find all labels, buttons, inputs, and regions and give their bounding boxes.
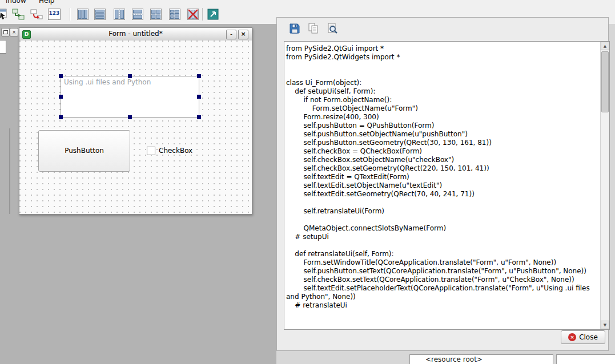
code-line (286, 62, 599, 70)
dock-float-button[interactable] (1, 28, 10, 37)
edit-signals-slots-icon[interactable] (11, 7, 25, 21)
code-line: self.checkBox.setObjectName(u"checkBox") (286, 156, 599, 164)
selection-handle[interactable] (197, 74, 201, 78)
code-line: # retranslateUi (286, 301, 599, 310)
textedit-placeholder: Using .ui files and Python (64, 78, 151, 86)
close-circle-icon: × (568, 333, 576, 341)
menu-item-window[interactable]: indow (6, 0, 26, 5)
find-icon[interactable] (325, 22, 339, 35)
scroll-up-icon: ▲ (604, 44, 606, 48)
scroll-down-icon: ▼ (604, 323, 606, 327)
mdi-area: × D Form - untitled* - × Using .ui files… (0, 24, 276, 364)
form-window-title: Form - untitled* (19, 28, 252, 40)
selection-handle[interactable] (59, 115, 63, 119)
menu-item-help[interactable]: Help (39, 0, 54, 5)
layout-vertical-icon[interactable] (93, 7, 107, 21)
code-line: self.textEdit = QTextEdit(Form) (286, 173, 599, 181)
close-button-label: Close (579, 333, 598, 341)
pushbutton-widget[interactable]: PushButton (38, 130, 130, 172)
code-line: self.pushButton.setObjectName(u"pushButt… (286, 130, 599, 139)
copy-icon[interactable] (307, 22, 320, 35)
edit-widgets-icon[interactable] (0, 7, 9, 21)
layout-grid-icon[interactable] (149, 7, 163, 21)
code-line: from PySide2.QtWidgets import * (286, 53, 599, 62)
widget-box-fragment (0, 40, 6, 54)
code-line (286, 199, 599, 207)
minimize-button[interactable]: - (226, 30, 236, 39)
code-line: self.textEdit.setObjectName(u"textEdit") (286, 181, 599, 190)
code-line: self.pushButton = QPushButton(Form) (286, 122, 599, 130)
selection-handle[interactable] (197, 95, 201, 99)
resource-root-label: <resource root> (425, 355, 483, 363)
form-window-icon: D (22, 30, 31, 39)
layout-form-icon[interactable] (168, 7, 182, 21)
code-line: self.textEdit.setPlaceholderText(QCoreAp… (286, 284, 599, 293)
selection-handle[interactable] (128, 115, 132, 119)
layout-vertical-splitter-icon[interactable] (131, 7, 144, 21)
layout-horizontal-splitter-icon[interactable] (112, 7, 126, 21)
selection-handle[interactable] (128, 74, 132, 78)
vertical-scrollbar[interactable]: ▲ ▼ (600, 42, 609, 329)
code-line (286, 241, 599, 250)
scroll-thumb[interactable] (601, 51, 609, 112)
break-layout-icon[interactable] (186, 7, 200, 21)
checkbox-indicator[interactable] (147, 147, 155, 155)
code-line (286, 70, 599, 79)
code-line: Form.setObjectName(u"Form") (286, 104, 599, 113)
float-icon (3, 30, 8, 34)
code-line: self.checkBox.setText(QCoreApplication.t… (286, 276, 599, 284)
edit-buddies-icon[interactable] (30, 7, 43, 21)
code-line: def setupUi(self, Form): (286, 87, 599, 96)
code-line: Form.setWindowTitle(QCoreApplication.tra… (286, 258, 599, 267)
textedit-widget[interactable]: Using .ui files and Python (61, 76, 199, 118)
code-line: self.pushButton.setText(QCoreApplication… (286, 267, 599, 276)
dialog-close-button[interactable]: × Close (561, 330, 605, 344)
tab-order-label: 123 (49, 10, 60, 16)
code-line: self.textEdit.setGeometry(QRect(70, 40, … (286, 190, 599, 199)
edit-tab-order-icon[interactable]: 123 (47, 7, 61, 21)
code-line: self.pushButton.setGeometry(QRect(30, 13… (286, 139, 599, 147)
adjust-size-icon[interactable] (206, 7, 220, 21)
form-designer-window: D Form - untitled* - × Using .ui files a… (19, 27, 252, 215)
scroll-down-button[interactable]: ▼ (601, 321, 609, 329)
code-line: self.retranslateUi(Form) (286, 207, 599, 216)
code-line: and Python", None)) (286, 293, 599, 301)
code-line: if not Form.objectName(): (286, 96, 599, 104)
menubar: indow Help (0, 0, 615, 5)
code-line: # setupUi (286, 233, 599, 241)
code-lines: from PySide2.QtGui import *from PySide2.… (286, 45, 599, 328)
dock-close-icon: × (12, 29, 16, 35)
scroll-up-button[interactable]: ▲ (601, 42, 609, 50)
code-line: QMetaObject.connectSlotsByName(Form) (286, 224, 599, 233)
code-line: self.checkBox = QCheckBox(Form) (286, 147, 599, 156)
dock-close-button[interactable]: × (10, 28, 18, 37)
code-preview-dialog: from PySide2.QtGui import *from PySide2.… (276, 17, 609, 351)
close-button[interactable]: × (238, 30, 248, 39)
resource-root-item[interactable]: <resource root> (409, 354, 553, 364)
selection-handle[interactable] (59, 95, 63, 99)
toolbar-separator (202, 8, 203, 21)
selection-handle[interactable] (59, 74, 63, 78)
code-line: def retranslateUi(self, Form): (286, 250, 599, 258)
qt-designer-screen: indow Help 123 (0, 0, 615, 364)
code-line: Form.resize(400, 300) (286, 113, 599, 122)
selection-handle[interactable] (197, 115, 201, 119)
form-canvas[interactable]: Using .ui files and Python PushButton Ch… (19, 41, 252, 214)
code-line: class Ui_Form(object): (286, 79, 599, 87)
code-line (286, 216, 599, 224)
save-icon[interactable] (288, 22, 302, 35)
widget-box-scrollbar-fragment[interactable] (9, 128, 10, 214)
form-window-titlebar[interactable]: D Form - untitled* - × (19, 28, 252, 41)
toolbar-separator (70, 8, 71, 21)
code-line: from PySide2.QtGui import * (286, 45, 599, 53)
resource-panel-fragment (556, 354, 615, 364)
checkbox-label: CheckBox (159, 147, 192, 155)
layout-horizontal-icon[interactable] (76, 7, 90, 21)
dialog-toolbar (288, 22, 339, 35)
code-view[interactable]: from PySide2.QtGui import *from PySide2.… (284, 41, 610, 330)
checkbox-widget[interactable]: CheckBox (147, 146, 192, 155)
code-line: self.checkBox.setGeometry(QRect(220, 150… (286, 164, 599, 173)
